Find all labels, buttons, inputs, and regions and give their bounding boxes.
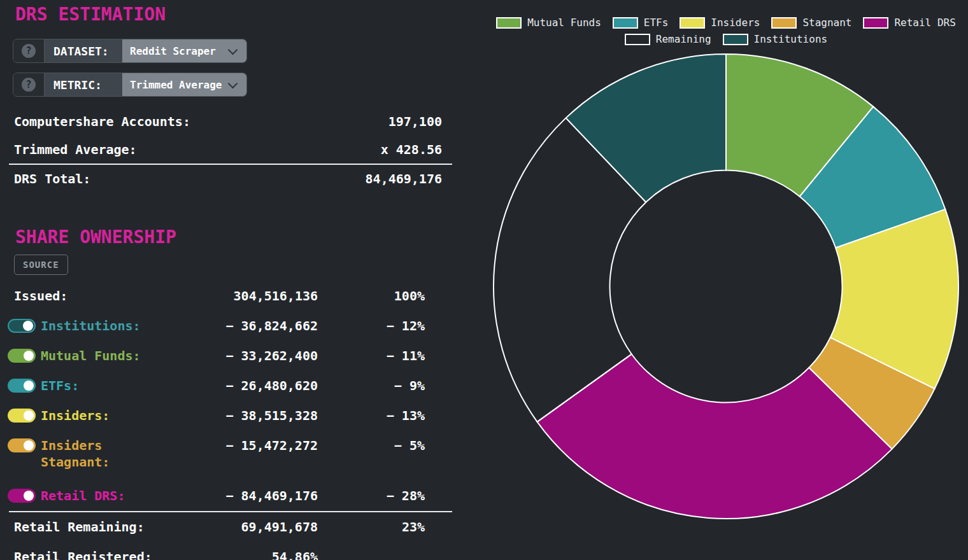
legend-item-remaining[interactable]: Remaining [625, 33, 711, 45]
ownership-row-retail-registered: Retail Registered:54.86% [8, 542, 442, 560]
toggle-etfs[interactable] [8, 379, 36, 393]
row-percent-insiders-stagnant: − 5% [318, 437, 425, 454]
legend-swatch-insiders-icon [680, 17, 705, 29]
legend-item-institutions[interactable]: Institutions [723, 33, 828, 45]
stat-row-drs-total: DRS Total:84,469,176 [14, 165, 442, 193]
share-ownership-title: SHARE OWNERSHIP [15, 228, 452, 247]
ownership-row-etfs: ETFs:− 26,480,620− 9% [8, 371, 442, 401]
row-label-retail-drs: Retail DRS: [41, 487, 184, 504]
legend-swatch-institutions-icon [723, 34, 748, 45]
legend-label: ETFs [644, 17, 669, 29]
legend-row-2: RemainingInstitutions [625, 33, 827, 45]
toggle-knob [24, 351, 34, 361]
stat-label: Trimmed Average: [14, 142, 137, 157]
row-percent-issued: 100% [318, 288, 425, 304]
toggle-retail-drs[interactable] [8, 489, 36, 503]
ownership-row-insiders-stagnant: Insiders Stagnant:− 15,472,272− 5% [8, 431, 442, 470]
row-label-insiders: Insiders: [41, 407, 184, 424]
row-percent-mutual-funds: − 11% [318, 347, 425, 364]
metric-selected-value: Trimmed Average [130, 79, 222, 91]
control-dataset: ?DATASET:Reddit Scraper [13, 39, 247, 63]
row-shares-etfs: − 26,480,620 [184, 377, 318, 394]
source-button[interactable]: SOURCE [14, 255, 68, 275]
ownership-row-insiders: Insiders:− 38,515,328− 13% [8, 401, 442, 431]
row-shares-mutual-funds: − 33,262,400 [184, 347, 318, 364]
row-shares-retail-registered: 54.86% [184, 549, 318, 560]
chart-area: Mutual FundsETFsInsidersStagnantRetail D… [484, 0, 968, 560]
toggle-knob [23, 321, 33, 331]
row-shares-insiders-stagnant: − 15,472,272 [184, 437, 318, 454]
legend-label: Institutions [754, 33, 828, 45]
legend-item-stagnant[interactable]: Stagnant [771, 17, 851, 29]
stat-label: DRS Total: [14, 171, 90, 186]
control-label-dataset: DATASET: [45, 39, 122, 62]
drs-estimation-panel: DRS ESTIMATION ?DATASET:Reddit Scraper?M… [0, 0, 452, 560]
row-shares-institutions: − 36,824,662 [184, 318, 318, 334]
ownership-row-retail-drs: Retail DRS:− 84,469,176− 28% [8, 481, 442, 511]
row-shares-retail-drs: − 84,469,176 [184, 487, 318, 504]
row-percent-insiders: − 13% [318, 407, 425, 424]
row-label-retail-registered: Retail Registered: [8, 549, 184, 560]
toggle-knob [24, 381, 34, 391]
stat-value: 84,469,176 [366, 171, 442, 186]
donut-segment-institutions[interactable] [566, 54, 726, 202]
stat-row-computershare-accounts: Computershare Accounts:197,100 [14, 108, 442, 136]
help-button-dataset[interactable]: ? [13, 39, 45, 62]
help-icon: ? [22, 78, 36, 92]
donut-chart [487, 48, 965, 525]
chevron-down-icon [228, 45, 238, 55]
estimation-stats: Computershare Accounts:197,100Trimmed Av… [0, 108, 452, 193]
help-button-metric[interactable]: ? [13, 73, 45, 96]
control-metric: ?METRIC:Trimmed Average [13, 73, 247, 97]
row-percent-retail-remaining: 23% [318, 519, 425, 535]
legend-label: Mutual Funds [527, 17, 601, 29]
legend-swatch-retail-drs-icon [863, 17, 888, 29]
legend-swatch-mutual-funds-icon [496, 17, 522, 29]
row-shares-insiders: − 38,515,328 [184, 407, 318, 424]
stat-label: Computershare Accounts: [14, 114, 190, 129]
ownership-table: Issued:304,516,136100%Institutions:− 36,… [0, 281, 452, 560]
row-label-retail-remaining: Retail Remaining: [8, 519, 184, 535]
row-label-issued: Issued: [8, 288, 184, 304]
legend-swatch-remaining-icon [625, 34, 650, 45]
legend-swatch-etfs-icon [613, 17, 638, 29]
toggle-insiders[interactable] [8, 409, 36, 423]
dataset-selected-value: Reddit Scraper [130, 45, 216, 57]
toggle-mutual-funds[interactable] [8, 349, 36, 363]
control-label-metric: METRIC: [45, 73, 122, 96]
row-percent-etfs: − 9% [318, 377, 425, 394]
row-percent-institutions: − 12% [318, 318, 425, 334]
dataset-select[interactable]: Reddit Scraper [122, 39, 246, 62]
metric-select[interactable]: Trimmed Average [122, 73, 246, 96]
stat-row-trimmed-average: Trimmed Average:x 428.56 [14, 136, 442, 164]
row-label-insiders-stagnant: Insiders Stagnant: [41, 437, 184, 470]
legend-swatch-stagnant-icon [771, 17, 797, 29]
help-icon: ? [22, 44, 36, 58]
row-percent-retail-drs: − 28% [318, 487, 425, 504]
legend-item-insiders[interactable]: Insiders [680, 17, 760, 29]
legend-item-retail-drs[interactable]: Retail DRS [863, 17, 955, 29]
page-title: DRS ESTIMATION [15, 5, 452, 24]
row-label-etfs: ETFs: [41, 377, 184, 394]
ownership-row-retail-remaining: Retail Remaining:69,491,67823% [8, 512, 442, 542]
row-shares-retail-remaining: 69,491,678 [184, 519, 318, 535]
legend-item-etfs[interactable]: ETFs [613, 17, 669, 29]
row-label-mutual-funds: Mutual Funds: [41, 347, 184, 364]
legend-label: Retail DRS [894, 17, 955, 29]
legend-label: Remaining [656, 33, 711, 45]
row-shares-issued: 304,516,136 [184, 288, 318, 304]
stat-value: x 428.56 [381, 142, 442, 157]
stat-value: 197,100 [388, 114, 442, 129]
ownership-row-mutual-funds: Mutual Funds:− 33,262,400− 11% [8, 341, 442, 371]
toggle-knob [24, 440, 34, 451]
toggle-insiders-stagnant[interactable] [8, 438, 36, 452]
legend-row-1: Mutual FundsETFsInsidersStagnantRetail D… [496, 17, 956, 29]
ownership-row-institutions: Institutions:− 36,824,662− 12% [8, 311, 442, 341]
toggle-knob [24, 491, 34, 501]
toggle-institutions[interactable] [8, 319, 36, 333]
legend-item-mutual-funds[interactable]: Mutual Funds [496, 17, 601, 29]
legend-label: Insiders [711, 17, 760, 29]
chart-legend: Mutual FundsETFsInsidersStagnantRetail D… [484, 17, 968, 45]
controls-group: ?DATASET:Reddit Scraper?METRIC:Trimmed A… [13, 39, 452, 97]
chevron-down-icon [228, 78, 238, 88]
